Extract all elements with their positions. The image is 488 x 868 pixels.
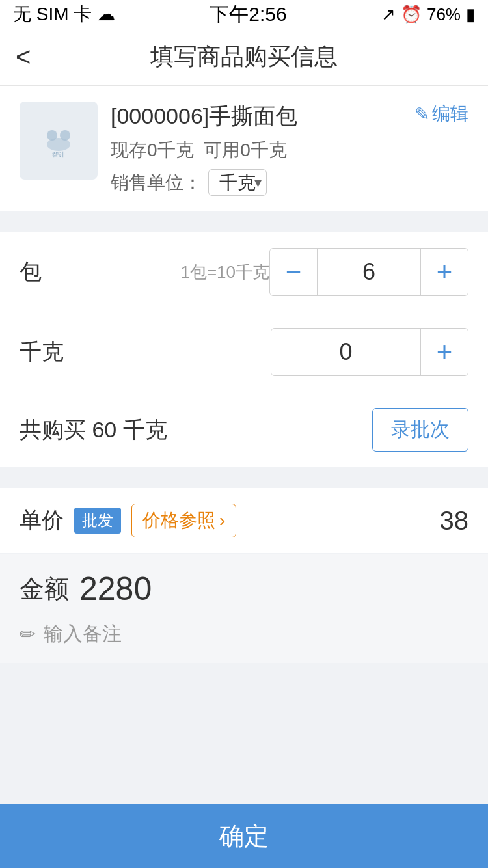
price-section: 单价 批发 价格参照 › 38 (0, 488, 488, 553)
page-title: 填写商品购买信息 (150, 41, 338, 73)
summary-text: 共购买 60 千克 (20, 415, 167, 445)
svg-text:智计: 智计 (52, 151, 65, 158)
amount-section: 金额 2280 ✏ 输入备注 (0, 554, 488, 663)
bao-stepper: − + (269, 248, 468, 296)
kg-input-row: 千克 + (0, 312, 488, 392)
alarm-icon: ⏰ (401, 5, 422, 25)
section-divider-2 (0, 467, 488, 478)
unit-selector[interactable]: 千克 (208, 169, 267, 196)
section-divider-1 (0, 222, 488, 232)
bao-plus-button[interactable]: + (421, 249, 468, 295)
bao-input-row: 包 1包=10千克 − + (0, 232, 488, 312)
bao-input[interactable] (317, 249, 421, 295)
amount-label: 金额 (20, 573, 69, 606)
back-button[interactable]: < (16, 42, 31, 72)
summary-row: 共购买 60 千克 录批次 (0, 392, 488, 467)
status-bar: 无 SIM 卡 ☁ 下午2:56 ↗ ⏰ 76% ▮ (0, 0, 488, 29)
pencil-icon: ✏ (20, 623, 36, 645)
sim-status: 无 SIM 卡 ☁ (13, 2, 115, 27)
battery-icon: ▮ (466, 5, 475, 25)
price-value: 38 (440, 506, 469, 536)
confirm-button[interactable]: 确定 (0, 804, 488, 868)
nav-bar: < 填写商品购买信息 (0, 29, 488, 86)
product-unit-row: 销售单位： 千克 (111, 169, 468, 196)
price-type-tag: 批发 (74, 508, 121, 534)
location-icon: ↗ (381, 5, 396, 25)
svg-point-2 (47, 138, 70, 151)
price-reference-button[interactable]: 价格参照 › (131, 504, 236, 537)
note-row[interactable]: ✏ 输入备注 (20, 621, 468, 647)
product-card: 智计 [0000006]手撕面包 ✎ 编辑 现存0千克 可用0千克 销售单位： (0, 86, 488, 211)
kg-plus-button[interactable]: + (421, 329, 468, 375)
status-left: 无 SIM 卡 ☁ (13, 2, 115, 27)
price-row: 单价 批发 价格参照 › 38 (20, 504, 468, 537)
price-ref-arrow: › (219, 510, 225, 531)
record-batch-button[interactable]: 录批次 (372, 408, 468, 452)
edit-icon: ✎ (414, 103, 429, 125)
note-placeholder: 输入备注 (44, 621, 122, 647)
product-name: [0000006]手撕面包 (111, 102, 297, 131)
edit-button[interactable]: ✎ 编辑 (414, 102, 468, 126)
product-thumbnail: 智计 (20, 102, 98, 180)
amount-row: 金额 2280 (20, 570, 468, 608)
kg-input[interactable] (271, 329, 421, 375)
unit-selector-wrap[interactable]: 千克 (208, 169, 267, 196)
kg-stepper: + (271, 328, 468, 376)
price-ref-label: 价格参照 (142, 508, 215, 533)
bao-sublabel: 1包=10千克 (180, 261, 269, 284)
product-stock: 现存0千克 可用0千克 (111, 138, 468, 163)
kg-label: 千克 (20, 337, 271, 367)
status-time: 下午2:56 (210, 1, 286, 28)
battery-level: 76% (427, 5, 461, 25)
bao-label: 包 (20, 257, 174, 287)
amount-value: 2280 (79, 570, 152, 608)
product-info: [0000006]手撕面包 ✎ 编辑 现存0千克 可用0千克 销售单位： 千克 (111, 102, 468, 196)
price-label: 单价 (20, 506, 64, 536)
bao-minus-button[interactable]: − (270, 249, 317, 295)
input-section: 包 1包=10千克 − + 千克 + 共购买 60 千克 (0, 232, 488, 467)
status-right: ↗ ⏰ 76% ▮ (381, 5, 475, 25)
